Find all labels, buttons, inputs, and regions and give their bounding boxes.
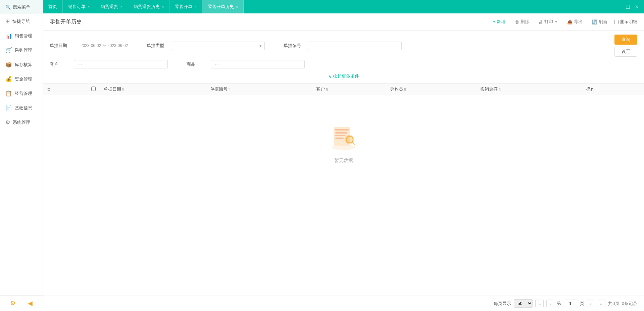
minimize-button[interactable]: －: [613, 1, 622, 12]
tab-retail-open[interactable]: 零售开单×: [169, 0, 202, 13]
col-header-order_no[interactable]: 单据编号⇅: [206, 84, 312, 95]
add-button[interactable]: + 新增: [490, 17, 508, 26]
sidebar-search[interactable]: 🔍 搜索菜单: [0, 0, 43, 14]
delete-button[interactable]: 🗑 删除: [512, 17, 532, 26]
collapse-button[interactable]: ∧ 收起更多条件: [50, 72, 637, 81]
tab-close-icon[interactable]: ×: [194, 5, 196, 9]
page-title: 零售开单历史: [50, 18, 82, 25]
col-header-date[interactable]: 单据日期⇅: [100, 84, 206, 95]
print-dropdown-icon: ▼: [554, 20, 558, 24]
tab-list: 首页销售订单×销货退货×销货退货历史×零售开单×零售开单历史×: [43, 0, 244, 13]
date-range-text: 2023-06-02 至 2023-06-02: [81, 43, 128, 49]
order-no-input[interactable]: [308, 42, 402, 50]
sidebar-item-inventory[interactable]: 📦 库存核算: [0, 57, 43, 72]
sidebar-item-purchase-mgmt[interactable]: 🛒 采购管理: [0, 43, 43, 57]
refresh-button[interactable]: 🔄 刷新: [589, 17, 610, 26]
search-icon: 🔍: [5, 5, 11, 10]
tab-retail-open-history[interactable]: 零售开单历史×: [202, 0, 244, 13]
collapse-label: 收起更多条件: [333, 73, 359, 79]
page-label-after: 页: [580, 301, 584, 307]
query-button[interactable]: 查询: [614, 35, 637, 45]
tab-label: 零售开单历史: [208, 4, 234, 10]
tab-close-icon[interactable]: ×: [120, 5, 122, 9]
table-settings-icon[interactable]: ⚙: [47, 87, 51, 92]
sales-mgmt-icon: 📊: [5, 33, 12, 39]
tab-sales-return-history[interactable]: 销货退货历史×: [128, 0, 169, 13]
export-button[interactable]: 📤 导出: [564, 17, 585, 26]
tab-home[interactable]: 首页: [43, 0, 63, 13]
last-page-button[interactable]: »: [597, 300, 605, 307]
purchase-mgmt-icon: 🛒: [5, 47, 12, 53]
tab-sales-order[interactable]: 销售订单×: [63, 0, 95, 13]
pagination-bar: 每页显示 102050100 « ‹ 第 页 › » 共0页, 0条记录: [43, 296, 644, 311]
system-icon: ⚙: [5, 119, 10, 125]
sort-icon: ⇅: [404, 88, 406, 91]
select-all-checkbox[interactable]: [91, 87, 96, 91]
tab-label: 销货退货: [101, 4, 118, 10]
collapse-icon[interactable]: ◀: [28, 300, 33, 307]
quick-nav-icon: ⊞: [5, 18, 10, 24]
sidebar-item-system[interactable]: ⚙ 系统管理: [0, 115, 43, 129]
col-label: 单据日期: [104, 87, 121, 92]
sidebar-bottom: ⚙ ◀: [0, 295, 43, 311]
sidebar-item-quick-nav[interactable]: ⊞ 快捷导航: [0, 14, 43, 29]
customer-select[interactable]: ···: [74, 60, 168, 68]
page-label-before: 第: [557, 301, 561, 307]
delete-icon: 🗑: [515, 19, 519, 24]
next-page-button[interactable]: ›: [587, 300, 594, 307]
tab-sales-return[interactable]: 销货退货×: [95, 0, 128, 13]
sidebar-item-label: 快捷导航: [12, 18, 30, 24]
svg-rect-5: [335, 138, 344, 139]
print-icon: 🖨: [539, 19, 543, 24]
close-button[interactable]: ×: [634, 2, 640, 12]
print-button[interactable]: 🖨 打印 ▼: [536, 17, 560, 26]
main-content: 首页销售订单×销货退货×销货退货历史×零售开单×零售开单历史× － □ × 零售…: [43, 0, 644, 311]
tab-label: 销货退货历史: [134, 4, 160, 10]
tab-label: 零售开单: [175, 4, 192, 10]
col-header-customer[interactable]: 客户⇅: [312, 84, 386, 95]
sort-icon: ⇅: [228, 88, 231, 91]
header-actions: + 新增 🗑 删除 🖨 打印 ▼ 📤 导出 🔄 刷新 显示明细: [490, 17, 637, 26]
order-no-label: 单据编号: [284, 43, 302, 49]
svg-rect-3: [335, 132, 347, 134]
goods-label: 商品: [187, 61, 205, 67]
sidebar-item-label: 经营管理: [15, 91, 32, 97]
customer-dots: ···: [78, 62, 82, 67]
sidebar-item-label: 系统管理: [13, 119, 30, 125]
tab-close-icon[interactable]: ×: [162, 5, 164, 9]
settings-icon[interactable]: ⚙: [10, 300, 15, 307]
sort-icon: ⇅: [498, 88, 501, 91]
filter-area: 单据日期 2023-06-02 至 2023-06-02 单据类型 ▾ 单据编号…: [43, 31, 644, 84]
tab-close-icon[interactable]: ×: [88, 5, 90, 9]
col-label: 单据编号: [210, 87, 228, 92]
col-header-amount[interactable]: 实销金额⇅: [476, 84, 582, 95]
empty-text: 暂无数据: [334, 158, 353, 164]
tab-close-icon[interactable]: ×: [236, 5, 238, 9]
sidebar-item-label: 资金管理: [15, 76, 32, 82]
order-type-label: 单据类型: [147, 43, 165, 49]
col-header-checkbox[interactable]: [87, 84, 100, 95]
sidebar-item-finance[interactable]: 💰 资金管理: [0, 72, 43, 86]
show-detail-checkbox[interactable]: 显示明细: [614, 19, 637, 25]
customer-label: 客户: [50, 61, 68, 67]
sidebar-item-sales-mgmt[interactable]: 📊 销售管理: [0, 29, 43, 43]
page-input[interactable]: [564, 300, 577, 307]
filter-row-2: 客户 ··· 商品 ···: [50, 60, 637, 68]
col-header-salesperson[interactable]: 导购员⇅: [386, 84, 476, 95]
refresh-icon: 🔄: [592, 19, 597, 24]
prev-page-button[interactable]: ‹: [546, 300, 554, 307]
sidebar-item-basic-info[interactable]: 📄 基础信息: [0, 101, 43, 115]
show-detail-input[interactable]: [614, 20, 618, 24]
sidebar: 🔍 搜索菜单 ⊞ 快捷导航 📊 销售管理 🛒 采购管理 📦 库存核算 💰 资金管…: [0, 0, 43, 311]
page-size-select[interactable]: 102050100: [514, 299, 533, 308]
order-type-select[interactable]: ▾: [171, 42, 265, 50]
tab-label: 销售订单: [68, 4, 86, 10]
sidebar-item-operations[interactable]: 📋 经营管理: [0, 86, 43, 101]
first-page-button[interactable]: «: [535, 300, 544, 307]
settings-button[interactable]: 设置: [614, 47, 637, 57]
col-header-settings: ⚙: [43, 84, 87, 95]
sidebar-item-label: 库存核算: [15, 62, 32, 68]
maximize-button[interactable]: □: [625, 2, 631, 12]
goods-select[interactable]: ···: [211, 60, 305, 68]
sort-icon: ⇅: [326, 88, 328, 91]
